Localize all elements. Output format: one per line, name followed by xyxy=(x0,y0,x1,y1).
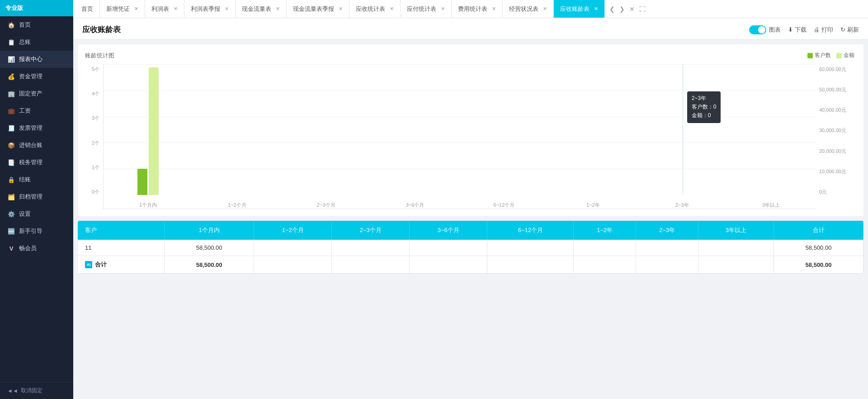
sidebar-unpin-button[interactable]: ◄◄ 取消固定 xyxy=(0,382,73,399)
x-label-5: 1~2年 xyxy=(548,200,637,209)
chart-toggle-wrap: 图表 xyxy=(749,25,781,34)
y-right-60k: 60,000.00元 xyxy=(819,66,846,73)
sidebar-item-label: 税务管理 xyxy=(19,158,42,166)
tab-payable-stat[interactable]: 应付统计表 ✕ xyxy=(401,0,452,18)
chart-legend: 客户数 金额 xyxy=(807,52,854,59)
sidebar-item-ledger[interactable]: 📋 总账 xyxy=(0,33,73,51)
y-right-20k: 20,000.00元 xyxy=(819,148,846,155)
tab-close-icon[interactable]: ✕ xyxy=(441,6,445,12)
bar-group-7 xyxy=(726,64,816,195)
chart-toggle[interactable] xyxy=(749,25,766,34)
tab-close-icon[interactable]: ✕ xyxy=(390,6,394,12)
sidebar-item-settings[interactable]: ⚙️ 设置 xyxy=(0,205,73,223)
sidebar-item-inventory[interactable]: 📦 进销台账 xyxy=(0,137,73,154)
tab-label: 利润表季报 xyxy=(191,5,220,13)
table-header-row: 客户 1个月内 1~2个月 2~3个月 3~6个月 6~12个月 1~2年 2~… xyxy=(78,221,863,240)
tab-label: 利润表 xyxy=(151,5,169,13)
member-icon: V xyxy=(7,244,15,252)
tab-business-stat[interactable]: 经营状况表 ✕ xyxy=(503,0,554,18)
y-left-4: 4个 xyxy=(92,90,99,97)
sidebar-item-tax[interactable]: 📑 税务管理 xyxy=(0,154,73,171)
col-y12: 1~2年 xyxy=(574,221,636,240)
sidebar-item-label: 报表中心 xyxy=(19,55,42,63)
salary-icon: 💼 xyxy=(7,107,15,115)
app-logo: 专业版 xyxy=(0,0,73,16)
archive-icon: 🗂️ xyxy=(7,193,15,201)
y-right-30k: 30,000.00元 xyxy=(819,127,846,134)
home-icon: 🏠 xyxy=(7,21,15,29)
cell-y23 xyxy=(636,240,698,256)
x-label-4: 6~12个月 xyxy=(460,200,549,209)
cell-m612 xyxy=(487,240,574,256)
tab-label: 新增凭证 xyxy=(106,5,130,13)
tab-cashflow-quarterly[interactable]: 现金流量表季报 ✕ xyxy=(287,0,349,18)
sidebar-item-label: 工资 xyxy=(19,107,31,115)
tab-close-icon[interactable]: ✕ xyxy=(174,6,178,12)
tab-home[interactable]: 首页 xyxy=(75,0,100,18)
tab-label: 费用统计表 xyxy=(458,5,487,13)
col-m612: 6~12个月 xyxy=(487,221,574,240)
tab-label: 经营状况表 xyxy=(509,5,538,13)
sidebar-item-member[interactable]: V 畅会员 xyxy=(0,240,73,257)
y-right-50k: 50,000.00元 xyxy=(819,86,846,93)
tab-prev-button[interactable]: ❮ xyxy=(608,5,617,14)
bar-group-2 xyxy=(282,64,371,195)
assets-icon: 🏢 xyxy=(7,90,15,98)
tab-label: 现金流量表季报 xyxy=(293,5,334,13)
cell-customer: 11 xyxy=(78,240,165,256)
sidebar-item-label: 进销台账 xyxy=(19,141,42,149)
tab-close-icon[interactable]: ✕ xyxy=(134,6,138,12)
sidebar-item-archive[interactable]: 🗂️ 归档管理 xyxy=(0,188,73,205)
total-label-cell: Ai 合计 xyxy=(78,256,165,274)
tab-cashflow[interactable]: 现金流量表 ✕ xyxy=(236,0,287,18)
total-y23 xyxy=(636,256,698,274)
y-left-5: 5个 xyxy=(92,66,99,73)
tab-close-icon[interactable]: ✕ xyxy=(276,6,280,12)
sidebar-item-assets[interactable]: 🏢 固定资产 xyxy=(0,85,73,102)
tab-maximize-button[interactable]: ⛶ xyxy=(637,5,647,14)
table-row: 11 58,500.00 58,500.00 xyxy=(78,240,863,256)
tab-receivable-stat[interactable]: 应收统计表 ✕ xyxy=(349,0,401,18)
sidebar-item-salary[interactable]: 💼 工资 xyxy=(0,102,73,119)
refresh-button[interactable]: ↻ 刷新 xyxy=(840,26,859,34)
tab-expense-stat[interactable]: 费用统计表 ✕ xyxy=(452,0,503,18)
chart-container: 5个 4个 3个 2个 1个 0个 xyxy=(85,64,856,209)
download-button[interactable]: ⬇ 下载 xyxy=(788,26,807,34)
tab-close-icon[interactable]: ✕ xyxy=(543,6,547,12)
tab-close-icon[interactable]: ✕ xyxy=(594,6,598,12)
sidebar-item-label: 结账 xyxy=(19,176,31,184)
cell-m12 xyxy=(254,240,332,256)
cell-m1: 58,500.00 xyxy=(165,240,254,256)
total-y12 xyxy=(574,256,636,274)
tab-profit[interactable]: 利润表 ✕ xyxy=(145,0,184,18)
tab-close-icon[interactable]: ✕ xyxy=(339,6,343,12)
main-content: 首页 新增凭证 ✕ 利润表 ✕ 利润表季报 ✕ 现金流量表 ✕ 现金流量表季报 … xyxy=(73,0,868,399)
print-button[interactable]: 🖨 打印 xyxy=(814,26,833,34)
sidebar-item-funds[interactable]: 💰 资金管理 xyxy=(0,68,73,85)
cursor-line xyxy=(683,64,683,195)
sidebar-item-guide[interactable]: 🆕 新手引导 xyxy=(0,223,73,240)
cell-m36 xyxy=(410,240,487,256)
chart-area: 账龄统计图 客户数 金额 5个 4个 3个 2个 1个 xyxy=(78,44,863,216)
y-axis-left: 5个 4个 3个 2个 1个 0个 xyxy=(85,64,103,209)
tab-profit-quarterly[interactable]: 利润表季报 ✕ xyxy=(184,0,236,18)
chart-title: 账龄统计图 xyxy=(85,52,856,60)
tab-close-all-button[interactable]: ✕ xyxy=(627,5,637,14)
sidebar-item-invoice[interactable]: 🧾 发票管理 xyxy=(0,119,73,137)
sidebar-item-reports[interactable]: 📊 报表中心 xyxy=(0,51,73,68)
tab-label: 现金流量表 xyxy=(242,5,271,13)
tab-voucher[interactable]: 新增凭证 ✕ xyxy=(100,0,145,18)
y-left-0: 0个 xyxy=(92,189,99,195)
sidebar-item-home[interactable]: 🏠 首页 xyxy=(0,16,73,33)
tab-next-button[interactable]: ❯ xyxy=(618,5,627,14)
x-labels: 1个月内1~2个月2~3个月3~6个月6~12个月1~2年2~3年3年以上 xyxy=(104,200,816,209)
sidebar-item-label: 总账 xyxy=(19,38,31,46)
bar-group-3 xyxy=(371,64,460,195)
tab-aging[interactable]: 应收账龄表 ✕ xyxy=(554,0,605,18)
invoice-icon: 🧾 xyxy=(7,124,15,132)
total-y3plus xyxy=(698,256,774,274)
tab-close-icon[interactable]: ✕ xyxy=(225,6,229,12)
sidebar-item-close[interactable]: 🔒 结账 xyxy=(0,171,73,188)
tab-close-icon[interactable]: ✕ xyxy=(492,6,496,12)
sidebar-item-label: 设置 xyxy=(19,210,31,218)
